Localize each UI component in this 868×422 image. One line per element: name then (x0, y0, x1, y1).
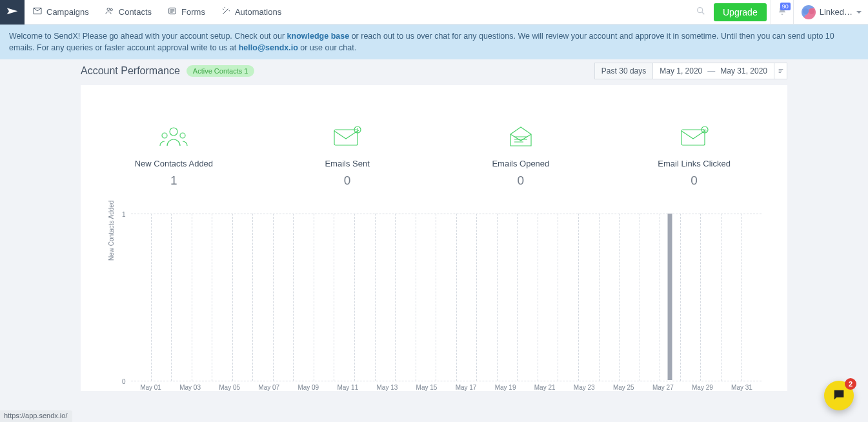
chart-column (538, 214, 558, 381)
date-range-preset[interactable]: Past 30 days (594, 63, 653, 79)
chart-column (436, 214, 456, 381)
xtick-label: May 31 (722, 384, 762, 391)
chat-badge: 2 (845, 378, 856, 390)
nav-campaigns[interactable]: Campaigns (25, 0, 97, 25)
upgrade-button[interactable]: Upgrade (714, 3, 767, 21)
xtick-label: May 27 (643, 384, 683, 391)
metric-value: 1 (87, 174, 261, 188)
chart-column (640, 214, 660, 381)
support-email-link[interactable]: hello@sendx.io (239, 43, 298, 52)
top-nav: Campaigns Contacts Forms Automations Upg… (0, 0, 868, 25)
metric-label: Emails Sent (261, 159, 434, 168)
chart-column (395, 214, 416, 381)
svg-point-0 (107, 8, 110, 10)
page-title: Account Performance (81, 65, 180, 77)
chart-column (151, 214, 172, 381)
svg-point-6 (180, 133, 185, 138)
chart-column (660, 214, 680, 381)
xtick-label: May 11 (328, 384, 367, 391)
xtick-label: May 01 (131, 384, 170, 391)
chevron-down-icon (856, 11, 862, 14)
ytick-max: 1 (122, 211, 126, 218)
metric-new-contacts: New Contacts Added 1 (87, 124, 261, 188)
date-controls: Past 30 days May 1, 2020 — May 31, 2020 (594, 63, 787, 79)
chart-plot: 1 0 (131, 214, 762, 381)
chart-column (497, 214, 518, 381)
chart-column (375, 214, 396, 381)
chart-column (334, 214, 354, 381)
logo[interactable] (0, 0, 25, 25)
avatar (802, 5, 816, 19)
search-icon (696, 6, 706, 18)
search-button[interactable] (692, 3, 710, 21)
chart-column (252, 214, 273, 381)
chart-column (416, 214, 436, 381)
xtick-label: May 05 (210, 384, 249, 391)
xtick-label: May 09 (288, 384, 328, 391)
chat-button[interactable]: 2 (824, 381, 854, 410)
chat-icon (832, 388, 846, 404)
nav-label: Automations (235, 7, 281, 17)
chart-column (721, 214, 742, 381)
active-contacts-pill: Active Contacts 1 (187, 65, 255, 77)
date-range-picker[interactable]: May 1, 2020 — May 31, 2020 (653, 63, 774, 79)
metric-links-clicked: % Email Links Clicked 0 (607, 124, 781, 188)
chart-export-button[interactable] (774, 63, 787, 79)
knowledge-base-link[interactable]: knowledge base (287, 32, 350, 41)
metric-value: 0 (607, 174, 781, 188)
nav-forms[interactable]: Forms (159, 0, 213, 25)
mail-click-icon: % (607, 124, 781, 150)
svg-text:%: % (703, 128, 707, 132)
mail-sent-icon (261, 124, 434, 150)
metric-value: 0 (261, 174, 434, 188)
xtick-label: May 03 (170, 384, 210, 391)
metric-label: Emails Opened (434, 159, 608, 168)
welcome-banner: Welcome to SendX! Please go ahead with y… (0, 25, 868, 59)
xtick-label: May 29 (683, 384, 722, 391)
nav-automations[interactable]: Automations (213, 0, 289, 25)
nav-contacts[interactable]: Contacts (97, 0, 159, 25)
page-header: Account Performance Active Contacts 1 Pa… (0, 59, 868, 81)
metric-label: New Contacts Added (87, 159, 261, 168)
xtick-label: May 07 (249, 384, 288, 391)
date-range-preset-label: Past 30 days (601, 66, 646, 75)
svg-rect-9 (681, 130, 705, 145)
ytick-min: 0 (122, 378, 126, 385)
metric-emails-opened: Emails Opened 0 (434, 124, 608, 188)
metrics-row: New Contacts Added 1 Emails Sent 0 Email… (81, 124, 787, 188)
chart-column (680, 214, 701, 381)
date-to: May 31, 2020 (720, 66, 767, 75)
user-name-label: Linked… (820, 7, 853, 17)
chart-column (517, 214, 538, 381)
xtick-label: May 23 (565, 384, 604, 391)
metric-label: Email Links Clicked (607, 159, 781, 168)
notifications-button[interactable]: 90 (771, 0, 794, 25)
nav-items: Campaigns Contacts Forms Automations (25, 0, 289, 25)
svg-point-4 (170, 128, 177, 136)
date-separator: — (707, 66, 715, 75)
chart-y-label: New Contacts Added (108, 200, 115, 260)
xtick-label: May 19 (486, 384, 525, 391)
chart-column (212, 214, 232, 381)
form-icon (167, 6, 177, 18)
chart-column (619, 214, 640, 381)
chart-xticks: May 01May 03May 05May 07May 09May 11May … (131, 384, 762, 391)
chart-column (599, 214, 620, 381)
wand-icon (221, 6, 231, 18)
chart-column (273, 214, 294, 381)
banner-text-pre: Welcome to SendX! Please go ahead with y… (9, 32, 287, 41)
svg-point-3 (698, 8, 703, 13)
chart-column (558, 214, 578, 381)
chart-column (476, 214, 497, 381)
chart-bar (668, 214, 672, 380)
nav-label: Campaigns (46, 7, 89, 17)
chart-columns (131, 214, 762, 381)
xtick-label: May 21 (525, 384, 565, 391)
chart-column (314, 214, 334, 381)
svg-rect-7 (334, 130, 358, 145)
menu-icon (778, 66, 784, 76)
svg-point-1 (110, 8, 112, 10)
chart-column (192, 214, 212, 381)
user-menu[interactable]: Linked… (798, 5, 862, 19)
notification-badge: 90 (780, 3, 791, 10)
